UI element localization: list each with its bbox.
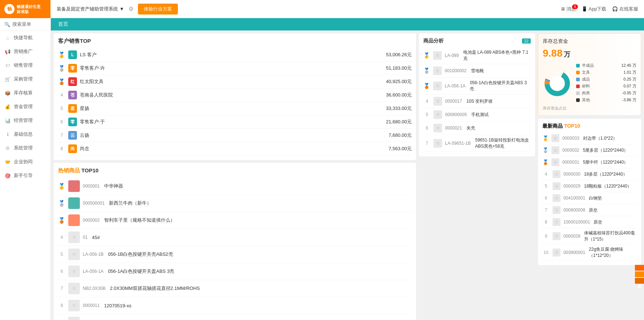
sidebar-search[interactable]: 🔍 搜索菜单 — [0, 18, 50, 31]
gear-icon[interactable]: ⚙ — [129, 5, 134, 12]
new-product-img: 图 — [553, 170, 561, 178]
legend-color-dot — [576, 64, 580, 67]
customer-rank-row: 🥈 零 零售客户·许 51,183.00元 — [58, 62, 412, 75]
sidebar-item-purchase[interactable]: 🛒 采购管理 — [0, 72, 50, 86]
float-community-btn[interactable]: 服务社区 — [635, 271, 644, 277]
legend-name: 肉类 — [582, 90, 620, 96]
new-product-code: 10000100001 — [563, 220, 590, 225]
mid-top-product-row: 🥉 图 LA-056-1A 056-1A白色按键开关盖ABS 3壳 — [423, 78, 531, 95]
mid-product-name: 夹壳 — [466, 125, 531, 131]
dropdown-arrow-icon: ▼ — [119, 6, 124, 12]
new-product-img: 图 — [553, 218, 561, 226]
product-name: 056-1A白色按键开关盖ABS 3壳 — [108, 268, 174, 275]
hot-product-row: 5 图 LA-056-1B 056-1B白色按键开关壳ABS2壳 — [58, 246, 412, 263]
new-rank-number: 8 — [542, 220, 550, 225]
new-product-code: 0000030 — [563, 172, 580, 177]
mid-top-product-row: 4 图 0000017 10S 变利罗彼 — [423, 95, 531, 108]
home-icon: ⌂ — [4, 34, 11, 41]
page-tab[interactable]: 首页 — [51, 18, 76, 30]
trial-button[interactable]: 体验行业方案 — [138, 4, 178, 15]
mid-product-code: 001000002 — [445, 68, 466, 73]
hot-medal-icon: 🥈 — [58, 200, 65, 207]
float-buttons: 客服热线 服务社区 直播 — [635, 265, 644, 284]
new-product-code: 0000033 — [562, 136, 579, 141]
new-product-name: 体碱嘉枝味苏打饮品400毫升（1*15） — [584, 230, 637, 242]
legend-color-dot — [576, 98, 580, 102]
inventory-amount-line: 9.88 万 — [543, 48, 636, 59]
customer-name: 零售客户·许 — [80, 65, 383, 71]
newest-product-row: 🥈 图 0000032 5厘多层（1220*2440） — [542, 144, 637, 156]
new-product-img: 图 — [553, 194, 561, 202]
legend-value: 0.25 万 — [624, 77, 636, 82]
mid-product-code: 0000017 — [445, 99, 462, 104]
sidebar-item-collaborate[interactable]: 🤝 企业协同 — [0, 155, 50, 169]
online-service-btn[interactable]: 🎧 在线客服 — [612, 6, 638, 12]
new-product-img: 图 — [553, 206, 561, 214]
main-area: 装备及固定资产辅助管理系统 ▼ ⚙ 体验行业方案 🖥 消息 6 📱 App下载 … — [51, 0, 644, 320]
mid-top-product-row: 🥇 图 LA-089 电池盖 LA-089 ABS本色+黑种 7.1克 — [423, 47, 531, 64]
product-name: 2.0X30MM双搓花轴搓花直径2.1MM/ROHS — [110, 285, 200, 292]
hot-product-row: 4 图 01 45# — [58, 229, 412, 246]
legend-value: 0.07 万 — [624, 83, 636, 89]
hot-product-row: 🥇 0000001 中华神器 — [58, 178, 412, 195]
newest-product-row: 🥇 图 0000033 封边带（1.0*22） — [542, 132, 637, 144]
hot-products-list: 🥇 0000001 中华神器 🥈 000500001 新西兰牛肉（新牛） 🥉 0… — [58, 178, 412, 320]
customer-amount: 21,680.00元 — [386, 119, 412, 125]
legend-value: -3.86 万 — [622, 97, 636, 103]
mid-product-name: 雪地靴 — [471, 68, 531, 74]
hot-product-row: 7 图 NB2.0X30B 2.0X30MM双搓花轴搓花直径2.1MM/ROHS — [58, 280, 412, 297]
content: 首页 客户销售TOP 🥇 L LS 客户 53,006.26元 🥈 零 零售客户… — [51, 18, 644, 320]
app-download-btn[interactable]: 📱 App下载 — [582, 6, 606, 12]
sidebar-item-marketing[interactable]: 📢 营销推广 — [0, 45, 50, 58]
system-title[interactable]: 装备及固定资产辅助管理系统 ▼ — [57, 6, 124, 12]
mid-product-name: 056-1A白色按键开关盖ABS 3壳 — [470, 80, 531, 92]
product-name: 056-1B白色按键开关壳ABS2壳 — [108, 251, 173, 258]
sidebar-item-system[interactable]: ⚙ 系统管理 — [0, 141, 50, 155]
new-product-code: 0000031 — [562, 160, 579, 165]
mid-medal-icon: 🥈 — [423, 67, 430, 74]
product-name: 中华神器 — [104, 183, 123, 189]
mid-rank-number: 4 — [423, 99, 431, 104]
notifications-btn[interactable]: 🖥 消息 6 — [561, 6, 576, 12]
sidebar-item-inventory[interactable]: 📦 库存核算 — [0, 86, 50, 100]
mid-product-name: 59651-1B旋转投影灯电池盒ABS黑色+58克 — [475, 137, 531, 149]
sidebar: 畅 畅捷通好生意 标准版 🔍 搜索菜单 ⌂ 快捷导航 📢 营销推广 🏷 销售管理… — [0, 0, 51, 320]
float-service-btn[interactable]: 客服热线 — [635, 265, 644, 271]
legend-value: 1.01 万 — [624, 70, 636, 75]
sidebar-item-basic-info[interactable]: ℹ 基础信息 — [0, 127, 50, 141]
mid-medal-icon: 🥇 — [423, 52, 430, 59]
rank-number: 8 — [58, 146, 65, 151]
product-code: NB2.0X30B — [83, 286, 106, 291]
sidebar-item-finance[interactable]: 💰 资金管理 — [0, 100, 50, 114]
customer-avatar: 星 — [68, 104, 77, 113]
product-name: 12070519-xs — [104, 303, 131, 308]
legend-value: 12.45 万 — [621, 63, 636, 68]
hot-product-row: 🥈 000500001 新西兰牛肉（新牛） — [58, 195, 412, 212]
new-product-name: 18颗粒板（1220*2440） — [584, 183, 637, 189]
mid-top-product-row: 6 图 0000021 夹壳 — [423, 122, 531, 135]
customer-avatar: 红 — [68, 77, 77, 86]
right-panels: 库存总资金 9.88 万 — [535, 30, 644, 320]
sidebar-item-guide[interactable]: 🎯 新手引导 — [0, 169, 50, 182]
sidebar-item-home[interactable]: ⌂ 快捷导航 — [0, 31, 50, 45]
sidebar-logo: 畅 畅捷通好生意 标准版 — [0, 0, 50, 18]
new-product-img: 图 — [551, 146, 559, 154]
legend-color-dot — [576, 91, 580, 95]
mid-product-code: 000800005 — [445, 112, 467, 117]
mid-product-code: LA-056-1A — [445, 83, 465, 89]
inventory-card: 库存总资金 9.88 万 — [538, 33, 641, 116]
float-direct-btn[interactable]: 直播 — [635, 278, 644, 284]
svg-point-4 — [550, 76, 564, 91]
sidebar-item-sales[interactable]: 🏷 销售管理 — [0, 58, 50, 72]
mid-product-code: LA-089 — [445, 53, 459, 58]
new-product-name: 22g鱼豆腐·烧烤味（1*12*20） — [589, 246, 637, 259]
product-code: 0000002 — [83, 218, 100, 223]
sidebar-item-management[interactable]: 📊 经营管理 — [0, 114, 50, 127]
hot-rank-number: 7 — [58, 286, 65, 291]
legend-item: 成品 0.25 万 — [576, 77, 636, 82]
customer-rank-row: 6 零 零售客户·于 21,680.00元 — [58, 115, 412, 129]
inventory-unit: 万 — [564, 51, 570, 58]
mid-product-name: 手机测试 — [471, 112, 531, 118]
product-image — [68, 197, 80, 209]
legend-name: 半成品 — [582, 63, 619, 68]
